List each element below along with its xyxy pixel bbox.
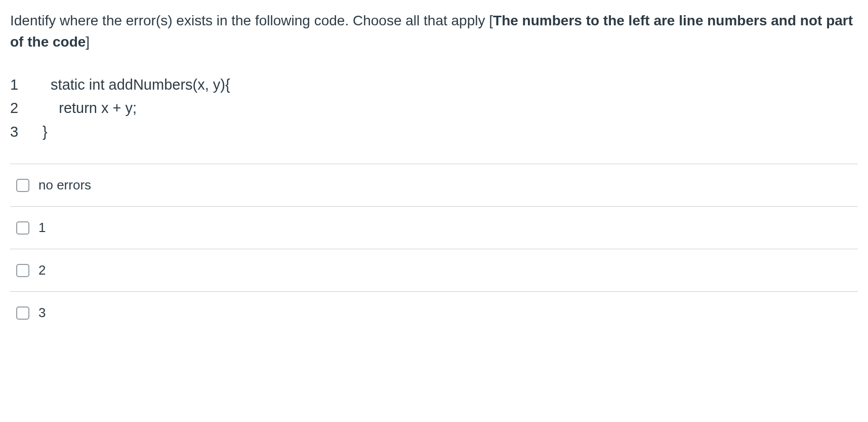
code-content: } (43, 120, 48, 143)
answer-label: 1 (38, 218, 46, 238)
answer-label: no errors (38, 175, 91, 195)
line-number: 3 (10, 120, 43, 143)
checkbox-icon[interactable] (16, 179, 29, 192)
code-content: static int addNumbers(x, y){ (43, 73, 230, 96)
answer-option-no-errors[interactable]: no errors (10, 164, 858, 207)
code-block: 1 static int addNumbers(x, y){ 2 return … (10, 73, 858, 143)
checkbox-icon[interactable] (16, 306, 29, 320)
code-line: 1 static int addNumbers(x, y){ (10, 73, 858, 96)
prompt-text-end: ] (86, 34, 90, 50)
answer-option-3[interactable]: 3 (10, 292, 858, 334)
question-prompt: Identify where the error(s) exists in th… (10, 10, 858, 53)
line-number: 1 (10, 73, 43, 96)
line-number: 2 (10, 96, 43, 120)
code-content: return x + y; (43, 96, 137, 120)
checkbox-icon[interactable] (16, 264, 29, 277)
answer-label: 2 (38, 260, 46, 280)
code-line: 2 return x + y; (10, 96, 858, 120)
answer-list: no errors 1 2 3 (10, 164, 858, 334)
answer-option-1[interactable]: 1 (10, 207, 858, 249)
checkbox-icon[interactable] (16, 221, 29, 235)
answer-label: 3 (38, 303, 46, 323)
prompt-text-plain: Identify where the error(s) exists in th… (10, 13, 493, 28)
answer-option-2[interactable]: 2 (10, 249, 858, 292)
code-line: 3 } (10, 120, 858, 143)
